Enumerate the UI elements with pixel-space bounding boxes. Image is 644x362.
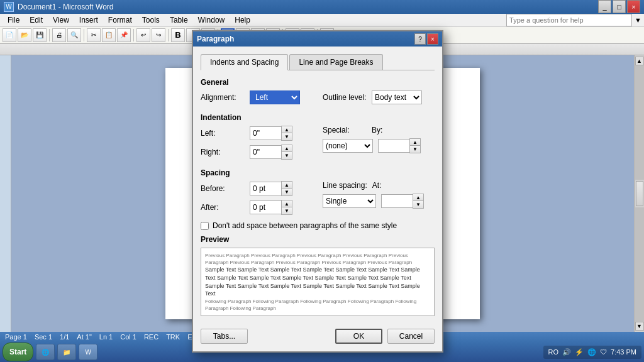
at-spinner: ▲ ▼ bbox=[381, 194, 424, 209]
by-spinbtns: ▲ ▼ bbox=[409, 138, 421, 153]
alignment-select[interactable]: Left Centered Right Justified bbox=[250, 90, 300, 104]
indent-right-up[interactable]: ▲ bbox=[282, 145, 292, 152]
tab-line-page-breaks[interactable]: Line and Page Breaks bbox=[289, 54, 382, 70]
help-dropdown-icon[interactable]: ▼ bbox=[635, 16, 641, 24]
taskbar-folder-btn[interactable]: 📁 bbox=[57, 344, 76, 360]
status-ln: Ln 1 bbox=[99, 333, 113, 341]
indent-right-spinbtns: ▲ ▼ bbox=[281, 145, 292, 160]
menu-window[interactable]: Window bbox=[193, 14, 230, 26]
title-bar: W Document1 - Microsoft Word _ □ × bbox=[0, 0, 644, 14]
before-up[interactable]: ▲ bbox=[282, 182, 292, 189]
start-button[interactable]: Start bbox=[3, 343, 33, 361]
alignment-label: Alignment: bbox=[201, 93, 245, 102]
paste-button[interactable]: 📌 bbox=[117, 28, 131, 42]
save-button[interactable]: 💾 bbox=[33, 28, 47, 42]
by-up[interactable]: ▲ bbox=[410, 139, 420, 146]
taskbar-word-btn[interactable]: W bbox=[79, 344, 97, 360]
title-bar-controls: _ □ × bbox=[598, 0, 640, 13]
dialog-close-button[interactable]: × bbox=[427, 33, 438, 45]
maximize-button[interactable]: □ bbox=[613, 0, 626, 13]
scroll-thumb[interactable] bbox=[636, 181, 643, 206]
before-down[interactable]: ▼ bbox=[282, 189, 292, 195]
special-select[interactable]: (none) First line Hanging bbox=[323, 139, 373, 153]
outline-select[interactable]: Body text Level 1 Level 2 bbox=[372, 90, 422, 104]
copy-button[interactable]: 📋 bbox=[102, 28, 116, 42]
preview-following-text: Following Paragraph Following Paragraph … bbox=[205, 298, 430, 312]
scrollbar-vertical[interactable]: ▲ ▼ bbox=[634, 55, 644, 332]
indent-left-up[interactable]: ▲ bbox=[282, 126, 292, 133]
before-input[interactable] bbox=[250, 182, 281, 195]
status-sec: Sec 1 bbox=[35, 333, 52, 341]
ok-button[interactable]: OK bbox=[335, 329, 382, 344]
special-inputs-row: (none) First line Hanging ▲ ▼ bbox=[323, 138, 435, 153]
menu-file[interactable]: File bbox=[3, 14, 25, 26]
tabs-button[interactable]: Tabs... bbox=[201, 329, 248, 344]
by-down[interactable]: ▼ bbox=[410, 146, 420, 153]
same-style-checkbox[interactable] bbox=[201, 222, 209, 230]
indent-left-input[interactable] bbox=[250, 126, 281, 140]
left-ruler bbox=[0, 55, 11, 332]
toolbar-sep-1 bbox=[49, 29, 50, 41]
help-input[interactable] bbox=[506, 14, 632, 26]
scroll-down-button[interactable]: ▼ bbox=[635, 322, 644, 331]
cancel-button[interactable]: Cancel bbox=[387, 329, 435, 344]
minimize-button[interactable]: _ bbox=[598, 0, 611, 13]
at-spinbtns: ▲ ▼ bbox=[413, 194, 424, 209]
spacing-area: Before: ▲ ▼ After: bbox=[201, 181, 435, 219]
after-row: After: ▲ ▼ bbox=[201, 200, 313, 215]
close-button[interactable]: × bbox=[627, 0, 640, 13]
after-input[interactable] bbox=[250, 200, 281, 214]
indent-left-row: Left: ▲ ▼ bbox=[201, 126, 313, 141]
menu-tools[interactable]: Tools bbox=[137, 14, 165, 26]
print-button[interactable]: 🖨 bbox=[52, 28, 66, 42]
general-section-label: General bbox=[201, 78, 435, 87]
line-spacing-select[interactable]: Single 1.5 lines Double At least Exactly… bbox=[323, 194, 376, 208]
indent-left-down[interactable]: ▼ bbox=[282, 133, 292, 140]
menu-format[interactable]: Format bbox=[103, 14, 137, 26]
at-down[interactable]: ▼ bbox=[413, 201, 423, 208]
after-down[interactable]: ▼ bbox=[282, 207, 292, 214]
menu-insert[interactable]: Insert bbox=[74, 14, 103, 26]
dialog-help-button[interactable]: ? bbox=[414, 33, 426, 45]
menu-edit[interactable]: Edit bbox=[25, 14, 48, 26]
tab-indents-spacing[interactable]: Indents and Spacing bbox=[201, 54, 288, 70]
by-input[interactable] bbox=[378, 139, 409, 153]
after-up[interactable]: ▲ bbox=[282, 200, 292, 207]
after-spinbtns: ▲ ▼ bbox=[281, 200, 292, 215]
at-up[interactable]: ▲ bbox=[413, 194, 423, 201]
word-icon: W bbox=[4, 2, 14, 12]
redo-button[interactable]: ↪ bbox=[152, 28, 165, 42]
by-label: By: bbox=[372, 126, 416, 134]
spacing-right-col: Line spacing: At: Single 1.5 lines Doubl… bbox=[323, 181, 435, 219]
menu-help[interactable]: Help bbox=[230, 14, 255, 26]
menu-bar: File Edit View Insert Format Tools Table… bbox=[0, 14, 644, 27]
scroll-up-button[interactable]: ▲ bbox=[635, 57, 644, 65]
indent-right-input[interactable] bbox=[250, 145, 281, 159]
indent-right-row: Right: ▲ ▼ bbox=[201, 145, 313, 160]
special-row: Special: By: bbox=[323, 126, 435, 134]
open-button[interactable]: 📂 bbox=[18, 28, 31, 42]
taskbar-browser-btn[interactable]: 🌐 bbox=[36, 344, 55, 360]
tray-icon-1: 🔊 bbox=[562, 348, 571, 356]
at-input[interactable] bbox=[381, 194, 413, 208]
menu-table[interactable]: Table bbox=[165, 14, 193, 26]
menu-view[interactable]: View bbox=[48, 14, 74, 26]
dialog-tabs: Indents and Spacing Line and Page Breaks bbox=[201, 54, 435, 70]
after-spinner: ▲ ▼ bbox=[250, 200, 292, 215]
line-spacing-label: Line spacing: bbox=[323, 181, 367, 190]
indent-right-label: Right: bbox=[201, 148, 245, 156]
bold-button[interactable]: B bbox=[171, 28, 185, 42]
after-label: After: bbox=[201, 203, 245, 212]
same-style-label: Don't add space between paragraphs of th… bbox=[213, 221, 397, 230]
indent-left-label: Left: bbox=[201, 129, 245, 138]
before-label: Before: bbox=[201, 184, 245, 193]
indentation-area: Left: ▲ ▼ Right: bbox=[201, 126, 435, 163]
preview-sample-text: Sample Text Sample Text Sample Text Samp… bbox=[205, 266, 430, 297]
cut-button[interactable]: ✂ bbox=[87, 28, 101, 42]
undo-button[interactable]: ↩ bbox=[136, 28, 150, 42]
indent-right-down[interactable]: ▼ bbox=[282, 152, 292, 159]
preview-button[interactable]: 🔍 bbox=[67, 28, 81, 42]
new-button[interactable]: 📄 bbox=[3, 28, 16, 42]
lang-indicator: RO bbox=[548, 348, 559, 356]
dialog-title-bar: Paragraph ? × bbox=[193, 31, 442, 47]
